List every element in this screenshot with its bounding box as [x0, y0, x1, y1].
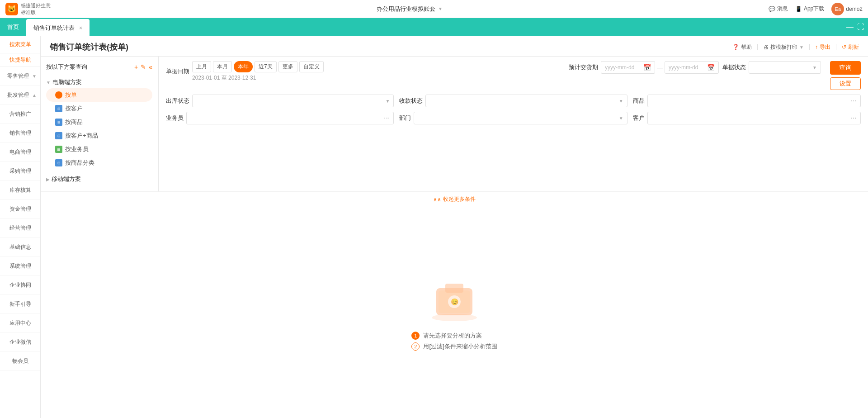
toggle-icon: ▼: [46, 80, 51, 85]
query-button[interactable]: 查询: [830, 61, 861, 75]
customer-input[interactable]: ···: [647, 112, 861, 124]
tab-home[interactable]: 首页: [0, 18, 26, 36]
action-buttons: 查询 设置: [825, 61, 861, 90]
maximize-button[interactable]: ⛶: [857, 23, 864, 31]
tab-sales-order[interactable]: 销售订单统计表 ×: [26, 19, 90, 37]
date-dash: —: [657, 64, 663, 71]
status-label: 单据状态: [722, 63, 746, 71]
more-icon: ···: [851, 114, 857, 122]
date-label: 单据日期: [166, 67, 189, 76]
scheme-header: 按以下方案查询 + ✎ «: [41, 61, 158, 75]
minimize-button[interactable]: —: [846, 23, 854, 31]
scheme-category-mobile: ▶ 移动端方案: [41, 171, 158, 187]
category-mobile-toggle[interactable]: ▶ 移动端方案: [46, 173, 152, 185]
status-select[interactable]: ▼: [749, 61, 821, 74]
select-caret-icon: ▼: [619, 99, 623, 104]
message-button[interactable]: 💬 消息: [769, 5, 788, 13]
sidebar-item-basic-info[interactable]: 基础信息: [0, 238, 40, 257]
select-caret-icon: ▼: [385, 99, 390, 104]
sidebar-item-purchase[interactable]: 采购管理: [0, 162, 40, 181]
scheme-item-icon: ▦: [55, 146, 62, 153]
sidebar-item-sales[interactable]: 销售管理: [0, 124, 40, 143]
payment-status-select[interactable]: ▼: [425, 95, 627, 107]
scheme-item-by-salesperson[interactable]: ▦ 按业务员: [46, 142, 152, 156]
out-status-select[interactable]: ▼: [192, 95, 394, 107]
scheme-item-by-order[interactable]: 按单: [46, 88, 152, 102]
date-btn-more[interactable]: 更多: [278, 61, 297, 72]
divider: [757, 44, 758, 50]
date-btn-7days[interactable]: 近7天: [255, 61, 277, 72]
scheme-item-icon: ⊞: [55, 105, 62, 112]
user-menu[interactable]: Ea demo2: [831, 3, 863, 15]
add-scheme-button[interactable]: +: [134, 63, 138, 71]
empty-state: 😊 1 请先选择要分析的方案 2 用[过滤]条件来缩小分析范围: [41, 207, 868, 418]
date-btn-this-year[interactable]: 本年: [234, 61, 253, 72]
sidebar-item-operations[interactable]: 经营管理: [0, 219, 40, 238]
payment-status-label: 收款状态: [399, 97, 423, 105]
expected-date-start-input[interactable]: yyyy-mm-dd 📅: [601, 61, 655, 74]
salesperson-group: 业务员 ···: [166, 112, 394, 124]
expected-date-end-input[interactable]: yyyy-mm-dd 📅: [665, 61, 719, 74]
scheme-item-by-goods[interactable]: ⊞ 按商品: [46, 115, 152, 129]
sidebar-item-marketing[interactable]: 营销推广: [0, 105, 40, 124]
app-download-button[interactable]: 📱 App下载: [795, 5, 824, 13]
customer-group: 客户 ···: [633, 112, 861, 124]
divider: [836, 44, 836, 50]
settings-button[interactable]: 设置: [830, 77, 861, 90]
sidebar-item-inventory[interactable]: 库存核算: [0, 181, 40, 200]
scheme-item-by-category[interactable]: ⊞ 按商品分类: [46, 156, 152, 170]
sidebar-item-finance[interactable]: 资金管理: [0, 200, 40, 219]
scheme-item-by-customer[interactable]: ⊞ 按客户: [46, 102, 152, 115]
category-pc-toggle[interactable]: ▼ 电脑端方案: [46, 76, 152, 88]
workspace-selector[interactable]: 办公用品行业模拟账套 ▼: [51, 5, 769, 13]
scheme-item-by-customer-goods[interactable]: ⊞ 按客户+商品: [46, 129, 152, 142]
scheme-active-icon: [55, 91, 62, 99]
sidebar-item-apps[interactable]: 应用中心: [0, 314, 40, 333]
collapse-bar[interactable]: ∧∧ 收起更多条件: [41, 191, 868, 207]
sidebar-item-wholesale[interactable]: 批发管理 ▲: [0, 86, 40, 105]
filter-right: 单据日期 上月 本月 本年 近7天 更多 自定义 20: [159, 57, 868, 191]
sidebar-item-members[interactable]: 畅会员: [0, 352, 40, 371]
edit-scheme-button[interactable]: ✎: [141, 63, 146, 71]
page-header: 销售订单统计表(按单) ❓ 帮助 🖨 按模板打印 ▼ ↑ 导出: [41, 36, 868, 57]
more-icon: ···: [851, 97, 857, 105]
sidebar-item-enterprise[interactable]: 企业协同: [0, 276, 40, 295]
goods-input[interactable]: ···: [647, 95, 861, 107]
tab-close-icon[interactable]: ×: [79, 25, 82, 31]
dept-select[interactable]: ▼: [414, 112, 627, 124]
collapse-scheme-button[interactable]: «: [149, 63, 152, 71]
print-button[interactable]: 🖨 按模板打印 ▼: [763, 43, 804, 51]
refresh-icon: ↺: [842, 44, 846, 50]
message-icon: 💬: [769, 6, 775, 12]
empty-svg: 😊: [423, 275, 486, 324]
quick-nav-button[interactable]: 快捷导航: [0, 53, 40, 67]
date-btn-this-month[interactable]: 本月: [213, 61, 232, 72]
chevron-icon: ▲: [32, 93, 37, 98]
export-button[interactable]: ↑ 导出: [815, 43, 830, 51]
goods-group: 商品 ···: [633, 95, 861, 107]
print-icon: 🖨: [763, 44, 769, 50]
toggle-icon: ▶: [46, 177, 50, 182]
sidebar-item-ecommerce[interactable]: 电商管理: [0, 143, 40, 162]
sidebar-item-guide[interactable]: 新手引导: [0, 295, 40, 314]
date-filter-group: 单据日期 上月 本月 本年 近7天 更多 自定义 20: [166, 61, 565, 82]
date-btn-custom[interactable]: 自定义: [299, 61, 324, 72]
expected-date-group: 预计交货期 yyyy-mm-dd 📅 — yyyy-mm-dd 📅: [569, 61, 719, 74]
more-icon: ···: [384, 114, 390, 122]
date-btn-last-month[interactable]: 上月: [192, 61, 211, 72]
salesperson-input[interactable]: ···: [186, 112, 394, 124]
sidebar-item-retail[interactable]: 零售管理 ▼: [0, 67, 40, 86]
expected-date-inputs: yyyy-mm-dd 📅 — yyyy-mm-dd 📅: [601, 61, 719, 74]
expected-date-label: 预计交货期: [569, 63, 598, 71]
sidebar-item-system[interactable]: 系统管理: [0, 257, 40, 276]
refresh-button[interactable]: ↺ 刷新: [842, 43, 859, 51]
collapse-icon: ∧∧: [433, 196, 441, 203]
dept-group: 部门 ▼: [399, 112, 627, 124]
divider: [809, 44, 810, 50]
filter-section: 按以下方案查询 + ✎ « ▼ 电脑端方案: [41, 57, 868, 207]
sidebar-item-wechat[interactable]: 企业微信: [0, 333, 40, 352]
search-menu-button[interactable]: 搜索菜单: [0, 36, 40, 53]
date-buttons-row: 上月 本月 本年 近7天 更多 自定义: [192, 61, 324, 72]
scheme-item-icon: ⊞: [55, 159, 62, 166]
help-button[interactable]: ❓ 帮助: [732, 43, 752, 51]
